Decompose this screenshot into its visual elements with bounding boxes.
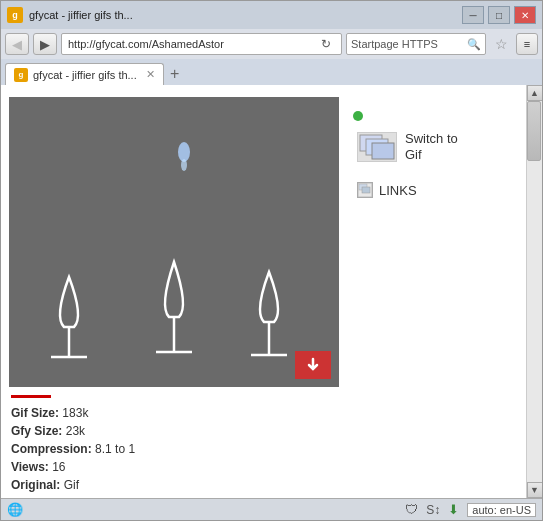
- title-bar-left: g gfycat - jiffier gifs th...: [7, 7, 133, 23]
- gfy-size-label: Gfy Size:: [11, 424, 62, 438]
- status-left: 🌐: [7, 502, 23, 517]
- right-panel: Switch to Gif LINKS: [349, 89, 466, 498]
- original-label: Original:: [11, 478, 60, 492]
- main-layout: Gif Size: 183k Gfy Size: 23k Compression…: [1, 85, 526, 498]
- refresh-button[interactable]: ↻: [317, 35, 335, 53]
- tab-favicon: g: [14, 68, 28, 82]
- title-bar: g gfycat - jiffier gifs th... ─ □ ✕: [1, 1, 542, 29]
- original-value: Gif: [64, 478, 79, 492]
- menu-button[interactable]: ≡: [516, 33, 538, 55]
- new-tab-button[interactable]: +: [164, 63, 186, 85]
- gif-size-label: Gif Size:: [11, 406, 59, 420]
- green-status-dot: [353, 111, 363, 121]
- close-button[interactable]: ✕: [514, 6, 536, 24]
- svg-rect-12: [372, 143, 394, 159]
- compression-value: 8.1 to 1: [95, 442, 135, 456]
- favicon: g: [7, 7, 23, 23]
- switch-to-gif-text: Switch to Gif: [405, 131, 458, 162]
- status-right: 🛡 S↕ ⬇ auto: en-US: [405, 502, 536, 517]
- media-canvas: [9, 97, 339, 387]
- title-text: gfycat - jiffier gifs th...: [29, 9, 133, 21]
- switch-to-gif-icon: [357, 132, 397, 162]
- compression-label: Compression:: [11, 442, 92, 456]
- views-row: Views: 16: [11, 460, 329, 474]
- original-row: Original: Gif: [11, 478, 329, 492]
- status-bar: 🌐 🛡 S↕ ⬇ auto: en-US: [1, 498, 542, 520]
- svg-rect-15: [362, 187, 370, 193]
- search-icon: 🔍: [467, 38, 481, 51]
- address-text: http://gfycat.com/AshamedAstor: [68, 38, 317, 50]
- address-bar[interactable]: http://gfycat.com/AshamedAstor ↻: [61, 33, 342, 55]
- views-value: 16: [52, 460, 65, 474]
- links-button[interactable]: LINKS: [357, 182, 458, 198]
- left-panel: Gif Size: 183k Gfy Size: 23k Compression…: [1, 89, 339, 498]
- gif-size-value: 183k: [62, 406, 88, 420]
- bookmark-star-button[interactable]: ☆: [490, 33, 512, 55]
- switch-to-label: Switch to: [405, 131, 458, 147]
- download-status-icon: ⬇: [448, 502, 459, 517]
- switch-to-gif-button[interactable]: Switch to Gif: [357, 131, 458, 162]
- scrollbar-thumb[interactable]: [527, 101, 541, 161]
- tab-close-button[interactable]: ✕: [146, 68, 155, 81]
- forward-button[interactable]: ▶: [33, 33, 57, 55]
- title-bar-controls: ─ □ ✕: [462, 6, 536, 24]
- gfy-size-value: 23k: [66, 424, 85, 438]
- scrollbar-track[interactable]: [527, 101, 542, 482]
- gif-label: Gif: [405, 147, 458, 163]
- download-button[interactable]: [295, 351, 331, 379]
- page-content: Gif Size: 183k Gfy Size: 23k Compression…: [1, 85, 526, 498]
- info-section: Gif Size: 183k Gfy Size: 23k Compression…: [1, 387, 339, 498]
- startpage-text: Startpage HTTPS: [351, 38, 467, 50]
- nav-bar: ◀ ▶ http://gfycat.com/AshamedAstor ↻ Sta…: [1, 29, 542, 59]
- s-icon: S↕: [426, 503, 440, 517]
- links-icon: [357, 182, 373, 198]
- security-icon: 🛡: [405, 502, 418, 517]
- scroll-down-button[interactable]: ▼: [527, 482, 543, 498]
- svg-point-2: [181, 159, 187, 171]
- scrollbar: ▲ ▼: [526, 85, 542, 498]
- views-label: Views:: [11, 460, 49, 474]
- minimize-button[interactable]: ─: [462, 6, 484, 24]
- content-area: Gif Size: 183k Gfy Size: 23k Compression…: [1, 85, 542, 498]
- tabs-bar: g gfycat - jiffier gifs th... ✕ +: [1, 59, 542, 85]
- tab-title: gfycat - jiffier gifs th...: [33, 69, 137, 81]
- media-container: [9, 97, 339, 387]
- gfy-size-row: Gfy Size: 23k: [11, 424, 329, 438]
- globe-icon: 🌐: [7, 502, 23, 517]
- gif-size-row: Gif Size: 183k: [11, 406, 329, 420]
- language-badge: auto: en-US: [467, 503, 536, 517]
- scroll-up-button[interactable]: ▲: [527, 85, 543, 101]
- browser-window: g gfycat - jiffier gifs th... ─ □ ✕ ◀ ▶ …: [0, 0, 543, 521]
- divider: [11, 395, 51, 398]
- maximize-button[interactable]: □: [488, 6, 510, 24]
- search-bar[interactable]: Startpage HTTPS 🔍: [346, 33, 486, 55]
- tab-gfycat[interactable]: g gfycat - jiffier gifs th... ✕: [5, 63, 164, 85]
- back-button[interactable]: ◀: [5, 33, 29, 55]
- links-text: LINKS: [379, 183, 417, 198]
- compression-row: Compression: 8.1 to 1: [11, 442, 329, 456]
